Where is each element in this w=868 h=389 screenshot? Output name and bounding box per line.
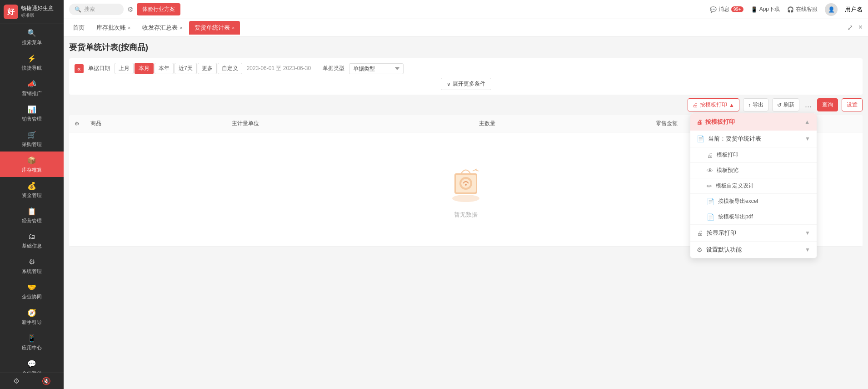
sidebar-nav: 🔍 搜索菜单 ⚡ 快捷导航 📣 营销推广 📊 销售管理 🛒 采购管理 📦 库存核… bbox=[0, 24, 64, 373]
date-buttons: 上月 本月 本年 近7天 更多 自定义 bbox=[115, 63, 242, 74]
export-btn-label: 导出 bbox=[753, 101, 763, 109]
empty-icon bbox=[443, 160, 489, 205]
dropdown-display-print[interactable]: 🖨 按显示打印 ▼ bbox=[690, 225, 817, 242]
template-custom-label: 模板自定义设计 bbox=[716, 182, 754, 190]
export-excel-icon: 📄 bbox=[707, 198, 714, 205]
date-btn-current-month[interactable]: 本月 bbox=[135, 63, 154, 74]
messages-badge: 99+ bbox=[731, 6, 743, 12]
refresh-btn-label: 刷新 bbox=[783, 101, 794, 109]
print-btn[interactable]: 🖨 按模板打印 ▲ bbox=[688, 98, 739, 111]
app-download-btn[interactable]: 📱 App下载 bbox=[751, 5, 780, 13]
dropdown-title-text: 按模板打印 bbox=[705, 118, 735, 126]
topbar-gear-icon[interactable]: ⚙ bbox=[127, 5, 133, 14]
date-btn-custom[interactable]: 自定义 bbox=[218, 63, 242, 74]
sidebar-item-operation[interactable]: 📋 经营管理 bbox=[0, 202, 64, 228]
trial-btn[interactable]: 体验行业方案 bbox=[137, 3, 180, 15]
template-print-label: 模板打印 bbox=[717, 151, 738, 159]
display-print-arrow: ▼ bbox=[805, 230, 810, 236]
print-chevron-icon: ▲ bbox=[729, 102, 734, 108]
main-area: 🔍 搜索 ⚙ 体验行业方案 💬 消息 99+ 📱 App下载 🎧 在线客服 👤 … bbox=[64, 0, 868, 389]
th-settings[interactable]: ⚙ bbox=[69, 115, 85, 132]
sidebar-item-purchase[interactable]: 🛒 采购管理 bbox=[0, 126, 64, 152]
action-bar: 🖨 按模板打印 ▲ ↑ 导出 ↺ 刷新 ... 查询 设置 🖨 按模板打印 bbox=[69, 98, 863, 111]
expand-more-label: 展开更多条件 bbox=[453, 80, 485, 88]
tab-collection-summary-close[interactable]: × bbox=[180, 25, 182, 30]
date-btn-more[interactable]: 更多 bbox=[198, 63, 217, 74]
tab-home[interactable]: 首页 bbox=[67, 21, 90, 35]
dropdown-item-template-preview[interactable]: 👁 模板预览 bbox=[690, 163, 817, 178]
sidebar-item-basic[interactable]: 🗂 基础信息 bbox=[0, 228, 64, 253]
tab-collection-summary-label: 收发存汇总表 bbox=[142, 24, 178, 32]
dropdown-item-template-custom[interactable]: ✏ 模板自定义设计 bbox=[690, 178, 817, 194]
app-logo: 好 畅捷通好生意 标准版 bbox=[0, 0, 64, 24]
current-template-icon: 📄 bbox=[697, 135, 704, 142]
filter-collapse-btn[interactable]: « bbox=[75, 64, 84, 73]
sidebar-item-search[interactable]: 🔍 搜索菜单 bbox=[0, 24, 64, 50]
current-template-label: 当前：要货单统计表 bbox=[708, 135, 761, 143]
sidebar-item-enterprise[interactable]: 🤝 企业协同 bbox=[0, 278, 64, 304]
tab-order-stats[interactable]: 要货单统计表 × bbox=[189, 21, 240, 35]
dropdown-item-template-print[interactable]: 🖨 模板打印 bbox=[690, 147, 817, 163]
inventory-icon: 📦 bbox=[27, 156, 36, 165]
settings-button[interactable]: ⚙ bbox=[13, 377, 20, 385]
expand-more-btn[interactable]: ∨ 展开更多条件 bbox=[441, 78, 491, 90]
date-btn-prev-month[interactable]: 上月 bbox=[115, 63, 134, 74]
dropdown-close-btn[interactable]: ▲ bbox=[804, 118, 810, 126]
sidebar-item-system[interactable]: ⚙ 系统管理 bbox=[0, 253, 64, 278]
dropdown-current-item[interactable]: 📄 当前：要货单统计表 ▼ bbox=[690, 131, 817, 147]
tab-collection-summary[interactable]: 收发存汇总表 × bbox=[137, 21, 188, 35]
tab-maximize-btn[interactable]: ⤢ bbox=[845, 22, 855, 33]
export-pdf-label: 按模板导出pdf bbox=[718, 213, 753, 221]
topbar-right: 💬 消息 99+ 📱 App下载 🎧 在线客服 👤 用户名 bbox=[710, 3, 863, 16]
sidebar-item-finance[interactable]: 💰 资金管理 bbox=[0, 177, 64, 202]
svg-point-0 bbox=[452, 195, 479, 202]
sidebar-item-label: 基础信息 bbox=[22, 242, 42, 249]
tab-order-stats-close[interactable]: × bbox=[232, 25, 234, 30]
th-product: 商品 bbox=[85, 115, 226, 132]
date-btn-current-year[interactable]: 本年 bbox=[155, 63, 174, 74]
current-arrow-icon: ▼ bbox=[805, 136, 810, 142]
svg-line-7 bbox=[475, 170, 479, 171]
app-name: 畅捷通好生意 bbox=[21, 5, 54, 12]
query-btn[interactable]: 查询 bbox=[817, 98, 838, 111]
sidebar-item-app-center[interactable]: 📱 应用中心 bbox=[0, 329, 64, 355]
date-btn-recent-7[interactable]: 近7天 bbox=[175, 63, 197, 74]
sidebar-item-wechat[interactable]: 💬 企业微信 bbox=[0, 355, 64, 373]
purchase-icon: 🛒 bbox=[27, 131, 36, 139]
dropdown-default-settings[interactable]: ⚙ 设置默认功能 ▼ bbox=[690, 242, 817, 258]
search-box[interactable]: 🔍 搜索 bbox=[69, 4, 124, 15]
sidebar: 好 畅捷通好生意 标准版 🔍 搜索菜单 ⚡ 快捷导航 📣 营销推广 📊 销售管理… bbox=[0, 0, 64, 389]
messages-btn[interactable]: 💬 消息 99+ bbox=[710, 5, 743, 13]
order-type-select[interactable]: 单据类型 bbox=[349, 63, 404, 74]
sidebar-item-sales[interactable]: 📊 销售管理 bbox=[0, 101, 64, 126]
sidebar-item-label: 系统管理 bbox=[22, 268, 42, 275]
tab-minimize-btn[interactable]: × bbox=[857, 22, 864, 33]
sidebar-item-inventory[interactable]: 📦 库存核算 bbox=[0, 152, 64, 177]
sidebar-item-label: 搜索菜单 bbox=[22, 39, 42, 46]
empty-text: 暂无数据 bbox=[454, 211, 478, 219]
avatar[interactable]: 👤 bbox=[825, 3, 838, 16]
dropdown-print-icon: 🖨 bbox=[697, 119, 703, 126]
sidebar-item-guide[interactable]: 🧭 新手引导 bbox=[0, 304, 64, 329]
export-icon: ↑ bbox=[748, 102, 751, 108]
tab-batch-account[interactable]: 库存批次账 × bbox=[91, 21, 136, 35]
messages-label: 消息 bbox=[718, 5, 729, 13]
online-service-btn[interactable]: 🎧 在线客服 bbox=[787, 5, 818, 13]
display-print-label: 按显示打印 bbox=[707, 229, 736, 237]
template-preview-icon: 👁 bbox=[707, 167, 713, 174]
app-download-label: App下载 bbox=[759, 5, 780, 13]
settings-btn[interactable]: 设置 bbox=[842, 98, 863, 111]
filter-row-1: « 单据日期 上月 本月 本年 近7天 更多 自定义 2023-06-01 至 … bbox=[75, 63, 857, 74]
refresh-btn[interactable]: ↺ 刷新 bbox=[772, 98, 799, 111]
dropdown-item-export-pdf[interactable]: 📄 按模板导出pdf bbox=[690, 209, 817, 225]
export-btn[interactable]: ↑ 导出 bbox=[743, 98, 768, 111]
more-btn[interactable]: ... bbox=[803, 100, 813, 110]
dropdown-item-export-excel[interactable]: 📄 按模板导出excel bbox=[690, 194, 817, 209]
mute-button[interactable]: 🔇 bbox=[42, 377, 51, 385]
sidebar-item-label: 应用中心 bbox=[22, 344, 42, 351]
tab-batch-account-close[interactable]: × bbox=[128, 25, 130, 30]
template-preview-label: 模板预览 bbox=[717, 167, 738, 174]
display-print-icon: 🖨 bbox=[697, 229, 703, 237]
sidebar-item-marketing[interactable]: 📣 营销推广 bbox=[0, 75, 64, 101]
sidebar-item-quick-nav[interactable]: ⚡ 快捷导航 bbox=[0, 50, 64, 75]
